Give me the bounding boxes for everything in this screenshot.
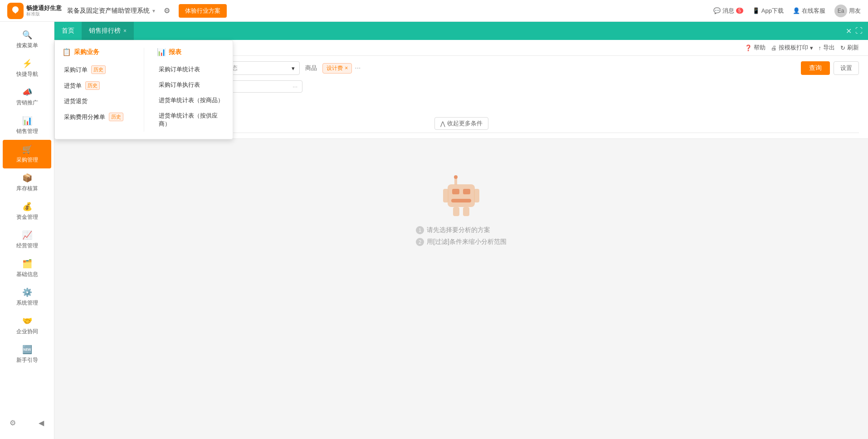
app-download-item[interactable]: 📱 App下载: [752, 7, 784, 15]
sidebar-label-beginner: 新手引导: [16, 356, 38, 364]
folder-icon: 🗂️: [22, 259, 32, 269]
print-chevron-icon: ▾: [810, 44, 813, 51]
sidebar-item-basic-info[interactable]: 🗂️ 基础信息: [3, 254, 51, 283]
cart-icon: 🛒: [22, 144, 32, 154]
svg-rect-0: [448, 184, 475, 207]
sidebar-item-search-menu[interactable]: 🔍 搜索菜单: [3, 25, 51, 54]
sidebar-label-inventory: 库存核算: [16, 185, 38, 192]
settings-bottom-icon[interactable]: ⚙: [5, 414, 21, 431]
sidebar-item-inventory[interactable]: 📦 库存核算: [3, 168, 51, 197]
sidebar-label-quick: 快捷导航: [16, 70, 38, 78]
empty-tips: 1 请先选择要分析的方案 2 用[过滤]条件来缩小分析范围: [416, 226, 507, 246]
reports-col-icon: 📊: [157, 48, 166, 56]
sidebar-label-enterprise: 企业协同: [16, 328, 38, 335]
sidebar-item-quick-nav[interactable]: ⚡ 快捷导航: [3, 54, 51, 83]
message-icon: 💬: [713, 7, 721, 14]
message-nav-item[interactable]: 💬 消息 5: [713, 7, 743, 15]
sidebar-item-system[interactable]: ⚙️ 系统管理: [3, 283, 51, 311]
collapse-chevron-icon: ⋀: [440, 120, 445, 127]
sidebar-item-beginner[interactable]: 🆕 新手引导: [3, 340, 51, 369]
help-icon: ❓: [745, 44, 752, 51]
chevron-select-icon: ▾: [292, 65, 295, 72]
trend-icon: 📈: [22, 230, 32, 240]
collapse-button[interactable]: ⋀ 收起更多条件: [434, 117, 488, 130]
svg-point-9: [454, 175, 458, 179]
dropdown-item-incoming[interactable]: 进货单 历史: [62, 78, 131, 94]
chart-icon: 📊: [22, 116, 32, 126]
dropdown-col-title-reports: 📊 报表: [157, 48, 226, 56]
sidebar-item-purchase[interactable]: 🛒 采购管理: [3, 140, 51, 168]
svg-rect-6: [453, 207, 459, 216]
export-icon: ↑: [819, 44, 822, 51]
top-nav: 畅捷通好生意 标准版 装备及固定资产辅助管理系统 ▾ ⚙ 体验行业方案 💬 消息…: [0, 0, 868, 22]
sidebar-label-purchase: 采购管理: [16, 156, 38, 164]
query-button[interactable]: 查询: [801, 61, 830, 75]
sidebar-item-sales[interactable]: 📊 销售管理: [3, 111, 51, 140]
dropdown-item-report-4[interactable]: 进货单统计表（按供应商）: [157, 108, 226, 132]
gear-icon: ⚙️: [22, 287, 32, 297]
tab-home[interactable]: 首页: [54, 22, 82, 40]
dropdown-col-title-purchase: 📋 采购业务: [62, 48, 131, 56]
lightning-icon: ⚡: [22, 59, 32, 69]
logo-line2: 标准版: [26, 11, 62, 17]
logo-text: 畅捷通好生意 标准版: [26, 5, 62, 17]
salesman-more-icon[interactable]: ···: [293, 83, 297, 90]
sidebar-item-enterprise[interactable]: 🤝 企业协同: [3, 311, 51, 340]
maximize-icon[interactable]: ⛶: [855, 27, 863, 35]
sidebar-item-marketing[interactable]: 📣 营销推广: [3, 83, 51, 111]
dropdown-divider: [144, 48, 144, 132]
dropdown-item-report-2[interactable]: 采购订单执行表: [157, 77, 226, 93]
tab-sales-ranking[interactable]: 销售排行榜 ×: [82, 22, 134, 40]
online-service-item[interactable]: 👤 在线客服: [793, 7, 825, 15]
system-title[interactable]: 装备及固定资产辅助管理系统 ▾: [67, 7, 155, 15]
sidebar-item-operations[interactable]: 📈 经营管理: [3, 226, 51, 254]
tab-close-icon[interactable]: ×: [123, 28, 127, 34]
settings-icon[interactable]: ⚙: [161, 5, 173, 17]
svg-rect-7: [463, 207, 469, 216]
handshake-icon: 🤝: [22, 316, 32, 326]
goods-more-icon[interactable]: ···: [355, 64, 361, 72]
goods-tag-close-icon[interactable]: ×: [345, 65, 348, 71]
export-label: 导出: [823, 44, 835, 52]
refresh-icon: ↻: [840, 44, 845, 51]
search-icon: 🔍: [22, 30, 32, 40]
hist-badge-1: 历史: [85, 81, 100, 90]
avatar: Ea: [834, 5, 847, 17]
svg-rect-4: [443, 189, 449, 202]
sidebar-item-finance[interactable]: 💰 资金管理: [3, 197, 51, 226]
dropdown-item-purchase-order[interactable]: 采购订单 历史: [62, 62, 131, 78]
export-action[interactable]: ↑ 导出: [819, 44, 835, 52]
goods-label: 商品: [305, 64, 317, 72]
collapse-sidebar-icon[interactable]: ◀: [33, 414, 49, 431]
tip-item-2: 2 用[过滤]条件来缩小分析范围: [416, 238, 507, 246]
tab-bar-right: ✕ ⛶: [846, 27, 868, 35]
dropdown-item-expense[interactable]: 采购费用分摊单 历史: [62, 109, 131, 125]
settings-button[interactable]: 设置: [834, 61, 859, 75]
service-icon: 👤: [793, 7, 800, 14]
trial-button[interactable]: 体验行业方案: [179, 4, 227, 18]
dropdown-item-report-3[interactable]: 进货单统计表（按商品）: [157, 93, 226, 108]
refresh-action[interactable]: ↻ 刷新: [840, 44, 859, 52]
message-label: 消息: [722, 7, 734, 15]
help-action[interactable]: ❓ 帮助: [745, 44, 766, 52]
dropdown-item-return[interactable]: 进货退货: [62, 94, 131, 109]
goods-tag[interactable]: 设计费 ×: [322, 63, 352, 74]
tip-item-1: 1 请先选择要分析的方案: [416, 226, 507, 234]
filter-actions: 查询 设置: [801, 61, 859, 75]
refresh-label: 刷新: [847, 44, 859, 52]
sidebar-label-sales: 销售管理: [16, 128, 38, 135]
tip-text-2: 用[过滤]条件来缩小分析范围: [427, 238, 507, 246]
money-icon: 💰: [22, 202, 32, 212]
logo-icon: [7, 3, 24, 19]
svg-rect-1: [452, 189, 459, 194]
dropdown-col-purchase: 📋 采购业务 采购订单 历史 进货单 历史 进货退货 采购费用分摊单 历史: [62, 48, 131, 132]
svg-rect-2: [463, 189, 470, 194]
close-window-icon[interactable]: ✕: [846, 27, 852, 35]
user-nav-item[interactable]: Ea 用友: [834, 5, 861, 17]
sidebar-label-operations: 经营管理: [16, 242, 38, 250]
sidebar: 🔍 搜索菜单 ⚡ 快捷导航 📣 营销推广 📊 销售管理 🛒 采购管理 📦 库存核…: [0, 22, 54, 439]
dropdown-item-report-1[interactable]: 采购订单统计表: [157, 62, 226, 77]
new-icon: 🆕: [22, 345, 32, 355]
print-action[interactable]: 🖨 按模板打印 ▾: [771, 44, 813, 52]
hist-badge-3: 历史: [109, 113, 123, 121]
